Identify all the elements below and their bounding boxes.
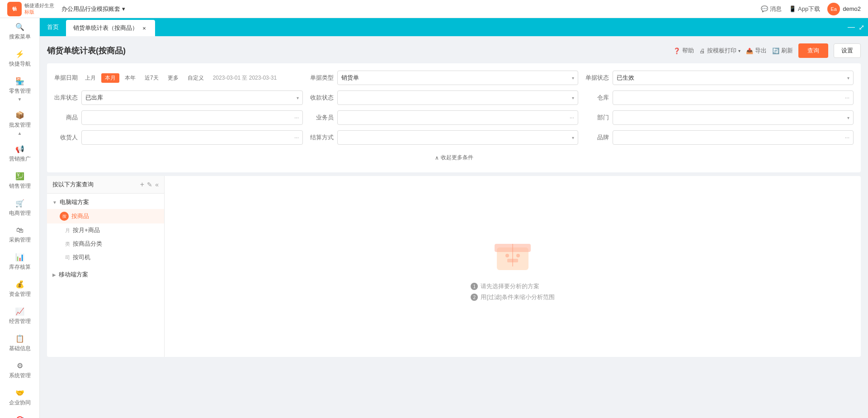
date-tab-last-month[interactable]: 上月 [81, 73, 99, 83]
out-status-arrow-icon: ▾ [297, 95, 299, 100]
sidebar-item-finance[interactable]: 💰 资金管理 [0, 276, 39, 303]
sidebar-item-search[interactable]: 🔍 搜索菜单 [0, 18, 39, 45]
scheme-title: 按以下方案查询 [52, 180, 94, 189]
date-tab-custom[interactable]: 自定义 [184, 73, 208, 83]
consignee-label: 收货人 [54, 133, 81, 142]
app-download-button[interactable]: 📱 App下载 [789, 5, 820, 13]
system-icon: ⚙ [17, 361, 23, 370]
scheme-item-by-driver[interactable]: 司 按司机 [47, 251, 164, 264]
department-label: 部门 [585, 114, 613, 122]
sidebar-item-guide[interactable]: 🎯 新手引导 [0, 411, 39, 418]
sidebar-item-operations[interactable]: 📈 经营管理 [0, 303, 39, 330]
warehouse-control[interactable]: ··· [613, 90, 854, 105]
driver-icon: 司 [65, 254, 70, 261]
template-print-button[interactable]: 🖨 按模板打印 ▾ [699, 47, 741, 55]
date-tab-this-year[interactable]: 本年 [121, 73, 139, 83]
logo-area: 畅 畅捷通好生意 标版 [7, 2, 54, 16]
scheme-item-by-category[interactable]: 类 按商品分类 [47, 237, 164, 251]
tabs-bar: 首页 销货单统计表（按商品） × — ⤢ [40, 18, 868, 36]
tab-home[interactable]: 首页 [40, 18, 66, 36]
tab-minimize-icon[interactable]: — [848, 23, 855, 31]
sidebar-item-purchase[interactable]: 🛍 采购管理 [0, 222, 39, 248]
brand-dots-icon: ··· [845, 134, 849, 141]
tab-active[interactable]: 销货单统计表（按商品） × [66, 20, 155, 36]
user-area[interactable]: Ea demo2 [827, 3, 861, 15]
scheme-edit-icon[interactable]: ✎ [147, 181, 152, 188]
filter-section: 单据日期 上月 本月 本年 近7天 更多 自定义 2023-03-01 至 20… [47, 63, 861, 172]
scheme-collapse-icon[interactable]: « [155, 181, 159, 188]
settlement-control[interactable]: ▾ [337, 130, 578, 145]
query-button[interactable]: 查询 [798, 43, 828, 58]
brand-control[interactable]: ··· [613, 130, 854, 145]
workspace-selector[interactable]: 办公用品行业模拟账套 ▾ [58, 3, 129, 15]
hint-num-2: 2 [471, 294, 478, 301]
scheme-header: 按以下方案查询 + ✎ « [47, 176, 164, 194]
export-button[interactable]: 📤 导出 [746, 47, 767, 55]
consignee-dots-icon: ··· [294, 134, 299, 141]
sidebar-item-sales[interactable]: 💹 销售管理 [0, 167, 39, 195]
message-button[interactable]: 💬 消息 [761, 5, 782, 13]
goods-control[interactable]: ··· [81, 110, 303, 125]
operations-icon: 📈 [15, 307, 24, 316]
refresh-button[interactable]: 🔄 刷新 [772, 47, 793, 55]
filter-row-4: 收货人 ··· 结算方式 ▾ [54, 130, 854, 145]
page-actions: ❓ 帮助 🖨 按模板打印 ▾ 📤 导出 🔄 刷新 [673, 43, 861, 58]
topbar-left: 畅 畅捷通好生意 标版 办公用品行业模拟账套 ▾ [7, 2, 129, 16]
empty-box-svg [490, 234, 535, 275]
salesperson-control[interactable]: ··· [337, 110, 578, 125]
doc-status-control[interactable]: 已生效 ▾ [613, 71, 854, 85]
scheme-item-category-label: 按商品分类 [73, 240, 102, 248]
wholesale-icon: 📦 [15, 111, 24, 119]
scheme-add-icon[interactable]: + [140, 180, 144, 189]
scheme-group-pc: ▼ 电脑端方案 按 按商品 月 按月+商品 [47, 194, 164, 266]
topbar: 畅 畅捷通好生意 标版 办公用品行业模拟账套 ▾ 💬 消息 📱 App下载 Ea… [0, 0, 868, 18]
date-tab-more[interactable]: 更多 [164, 73, 182, 83]
username-label: demo2 [843, 5, 861, 12]
avatar: Ea [827, 3, 840, 15]
department-control[interactable]: ▾ [613, 110, 854, 125]
filter-brand: 品牌 ··· [585, 130, 854, 145]
finance-icon: 💰 [15, 280, 24, 289]
purchase-icon: 🛍 [16, 226, 24, 234]
export-icon: 📤 [746, 48, 753, 54]
month-goods-icon: 月 [65, 227, 70, 234]
filter-department: 部门 ▾ [585, 110, 854, 125]
tab-close-icon[interactable]: × [141, 24, 148, 32]
scheme-item-by-goods-label: 按商品 [71, 212, 89, 220]
retail-expand-icon: ▼ [18, 97, 22, 102]
out-status-label: 出库状态 [54, 94, 81, 102]
settings-button[interactable]: 设置 [834, 43, 861, 58]
out-status-control[interactable]: 已出库 ▾ [81, 90, 303, 105]
receipt-status-control[interactable]: ▾ [337, 90, 578, 105]
doc-type-control[interactable]: 销货单 ▾ [337, 71, 578, 85]
sidebar-item-wholesale[interactable]: 📦 批发管理 ▲ [0, 106, 39, 140]
sidebar-item-system[interactable]: ⚙ 系统管理 [0, 357, 39, 384]
sidebar-item-basics[interactable]: 📋 基础信息 [0, 330, 39, 357]
content-area: 首页 销货单统计表（按商品） × — ⤢ 销货单统计表(按商品) ❓ 帮助 [40, 18, 868, 418]
scheme-group-mobile-header[interactable]: ▶ 移动端方案 [47, 268, 164, 281]
sidebar-item-enterprise[interactable]: 🤝 企业协同 [0, 384, 39, 411]
pc-group-label: 电脑端方案 [60, 198, 89, 206]
sidebar-item-marketing[interactable]: 📢 营销推广 [0, 140, 39, 167]
svg-point-4 [516, 254, 520, 257]
help-button[interactable]: ❓ 帮助 [673, 47, 694, 55]
receipt-status-label: 收款状态 [310, 94, 337, 102]
consignee-control[interactable]: ··· [81, 130, 303, 145]
filter-warehouse: 仓库 ··· [585, 90, 854, 105]
date-tab-this-month[interactable]: 本月 [101, 73, 119, 83]
scheme-item-by-month-goods[interactable]: 月 按月+商品 [47, 223, 164, 237]
date-tab-7days[interactable]: 近7天 [141, 73, 162, 83]
tab-maximize-icon[interactable]: ⤢ [859, 23, 864, 32]
scheme-item-by-goods[interactable]: 按 按商品 [47, 209, 164, 223]
sidebar-item-quick-nav[interactable]: ⚡ 快捷导航 [0, 45, 39, 72]
goods-dots-icon: ··· [294, 114, 299, 121]
collapse-button[interactable]: ∧ 收起更多条件 [429, 152, 479, 163]
scheme-group-pc-header[interactable]: ▼ 电脑端方案 [47, 195, 164, 209]
sidebar-item-inventory[interactable]: 📊 库存核算 [0, 248, 39, 276]
page-content: 销货单统计表(按商品) ❓ 帮助 🖨 按模板打印 ▾ 📤 导出 [40, 36, 868, 418]
empty-hint-1: 1 请先选择要分析的方案 [471, 282, 554, 290]
filter-out-status: 出库状态 已出库 ▾ [54, 90, 303, 105]
hint-num-1: 1 [471, 283, 478, 290]
sidebar-item-ecommerce[interactable]: 🛒 电商管理 [0, 195, 39, 222]
sidebar-item-retail[interactable]: 🏪 零售管理 ▼ [0, 72, 39, 106]
